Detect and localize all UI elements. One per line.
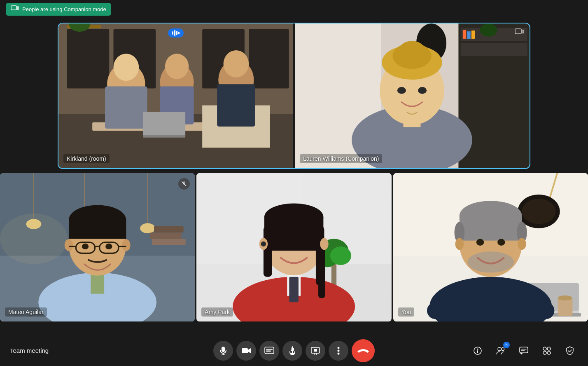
svg-rect-53	[150, 232, 182, 239]
speaking-indicator	[168, 28, 184, 38]
toolbar-left: Team meeting	[10, 347, 49, 354]
chat-button[interactable]	[516, 343, 532, 359]
camera-button[interactable]	[236, 341, 256, 361]
svg-point-126	[338, 350, 340, 352]
present-button[interactable]	[306, 341, 325, 361]
toolbar: Team meeting	[0, 335, 588, 366]
svg-point-98	[522, 199, 555, 224]
svg-rect-124	[314, 349, 317, 352]
svg-rect-43	[522, 30, 524, 33]
svg-point-136	[543, 347, 546, 350]
video-tile-kirkland[interactable]: Kirkland (room)	[58, 23, 293, 168]
svg-point-132	[502, 347, 504, 350]
svg-point-111	[455, 238, 463, 250]
security-button[interactable]	[562, 343, 578, 359]
svg-point-129	[477, 348, 478, 350]
svg-point-16	[165, 54, 189, 79]
svg-point-113	[467, 251, 514, 272]
svg-point-63	[122, 239, 130, 251]
svg-point-70	[105, 244, 112, 249]
svg-rect-61	[69, 220, 126, 239]
companion-badge-text: People are using Companion mode	[22, 6, 106, 12]
svg-rect-22	[143, 135, 185, 138]
svg-point-90	[261, 242, 266, 246]
svg-point-137	[547, 347, 551, 350]
svg-rect-57	[91, 272, 104, 293]
tile-name-you: You	[398, 307, 415, 317]
top-video-row: Kirkland (room)	[58, 23, 530, 169]
svg-point-40	[397, 87, 406, 94]
tile-name-mateo: Mateo Aguilar	[5, 307, 47, 317]
svg-point-55	[0, 214, 68, 264]
svg-point-69	[82, 244, 89, 249]
bottom-video-row: Mateo Aguilar	[0, 173, 588, 321]
more-options-button[interactable]	[329, 341, 348, 361]
svg-rect-33	[471, 30, 475, 39]
svg-rect-14	[105, 86, 147, 129]
svg-rect-4	[67, 29, 110, 89]
svg-point-77	[330, 246, 351, 265]
video-tile-mateo[interactable]: Mateo Aguilar	[0, 173, 195, 321]
video-tile-amy[interactable]: Amy Park	[196, 173, 391, 321]
toolbar-right: 5	[469, 343, 578, 359]
svg-rect-21	[143, 112, 185, 137]
svg-point-103	[558, 296, 572, 300]
svg-point-125	[338, 347, 340, 349]
info-button[interactable]	[469, 343, 486, 359]
svg-point-19	[224, 50, 249, 77]
video-tile-you[interactable]: You	[393, 173, 588, 321]
svg-rect-85	[264, 226, 272, 277]
svg-point-131	[498, 347, 501, 351]
svg-rect-29	[461, 43, 527, 56]
svg-rect-7	[249, 29, 289, 89]
meeting-title: Team meeting	[10, 347, 49, 354]
svg-point-51	[140, 223, 155, 234]
svg-rect-32	[467, 31, 470, 39]
svg-point-39	[399, 41, 425, 60]
companion-mode-icon	[11, 5, 19, 13]
svg-rect-102	[558, 298, 572, 316]
svg-rect-133	[520, 347, 528, 353]
svg-rect-0	[11, 6, 16, 10]
svg-rect-87	[318, 243, 325, 298]
svg-rect-121	[266, 349, 273, 350]
svg-rect-20	[217, 84, 255, 127]
people-button[interactable]: 5	[492, 343, 509, 359]
svg-point-115	[497, 239, 505, 246]
raise-hand-button[interactable]	[282, 341, 302, 361]
mic-button[interactable]	[213, 341, 233, 361]
svg-point-30	[480, 23, 497, 36]
toolbar-center	[213, 339, 375, 362]
svg-point-112	[518, 238, 526, 250]
svg-rect-119	[242, 348, 248, 353]
svg-rect-84	[264, 217, 323, 251]
svg-rect-116	[222, 347, 225, 352]
companion-icon	[515, 28, 525, 38]
svg-rect-93	[289, 277, 299, 302]
end-call-button[interactable]	[352, 339, 375, 362]
svg-point-89	[320, 238, 329, 250]
svg-point-127	[338, 352, 340, 354]
svg-point-91	[283, 241, 289, 247]
svg-point-13	[114, 54, 139, 81]
tile-name-kirkland: Kirkland (room)	[63, 154, 110, 163]
activities-button[interactable]	[539, 343, 555, 359]
svg-point-114	[476, 239, 483, 246]
people-badge: 5	[503, 342, 510, 348]
captions-button[interactable]	[259, 341, 279, 361]
svg-rect-122	[266, 350, 271, 352]
svg-point-139	[547, 351, 551, 354]
svg-point-41	[418, 87, 427, 94]
svg-rect-31	[463, 30, 466, 39]
tile-name-lauren: Lauren Williams (Companion)	[300, 154, 382, 163]
video-tile-lauren[interactable]: Lauren Williams (Companion)	[295, 23, 530, 168]
svg-rect-54	[154, 226, 184, 232]
svg-rect-1	[17, 7, 19, 9]
svg-rect-120	[265, 347, 274, 354]
svg-rect-108	[460, 215, 522, 240]
svg-rect-130	[477, 350, 478, 353]
svg-point-62	[65, 239, 73, 251]
companion-mode-badge: People are using Companion mode	[6, 3, 111, 16]
svg-point-92	[298, 241, 305, 247]
svg-point-138	[543, 351, 546, 354]
